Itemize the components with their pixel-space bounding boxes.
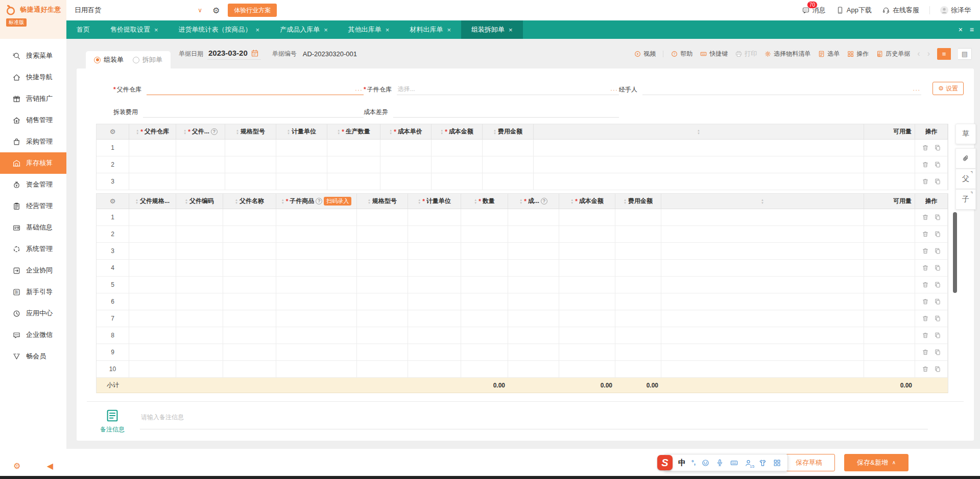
sidebar-item-10[interactable]: 企业协同 <box>0 260 66 281</box>
store-selector[interactable]: 日用百货 ∨ <box>75 6 202 15</box>
date-picker[interactable]: 2023-03-20 <box>207 48 261 60</box>
child-table-col-6[interactable]: ▲▼*计量单位 <box>408 194 461 209</box>
grid-cell[interactable] <box>176 310 223 327</box>
grid-cell[interactable] <box>129 310 176 327</box>
grid-cell[interactable] <box>661 260 864 276</box>
grid-cell[interactable] <box>129 209 176 225</box>
doc-action-6[interactable]: 操作 <box>847 50 869 58</box>
grid-cell[interactable] <box>408 260 461 276</box>
grid-cell[interactable] <box>223 310 276 327</box>
ellipsis-icon[interactable]: ··· <box>610 86 618 94</box>
trash-icon[interactable] <box>922 315 929 322</box>
sidebar-item-9[interactable]: 系统管理 <box>0 238 66 260</box>
copy-icon[interactable] <box>934 315 941 322</box>
doc-action-5[interactable]: 选单 <box>818 50 840 58</box>
next-doc-icon[interactable]: › <box>927 50 930 58</box>
column-settings-icon[interactable]: ⚙ <box>110 197 116 205</box>
tab-close-icon[interactable]: × <box>386 26 390 34</box>
trash-icon[interactable] <box>922 231 929 238</box>
sidebar-item-8[interactable]: 基础信息 <box>0 217 66 238</box>
grid-cell[interactable] <box>559 361 615 377</box>
grid-cell[interactable] <box>223 226 276 242</box>
grid-cell[interactable] <box>432 156 483 173</box>
grid-cell[interactable] <box>129 140 176 156</box>
doc-action-2[interactable]: 快捷键 <box>700 50 728 58</box>
ellipsis-icon[interactable]: ··· <box>913 86 920 94</box>
grid-cell[interactable] <box>176 209 223 225</box>
grid-cell[interactable] <box>615 209 661 225</box>
grid-cell[interactable] <box>129 156 176 173</box>
grid-cell[interactable] <box>408 209 461 225</box>
grid-cell[interactable] <box>864 277 915 293</box>
collapse-sidebar-icon[interactable]: ◀ <box>47 461 53 471</box>
sort-icon[interactable]: ▲▼ <box>570 198 573 204</box>
save-draft-button[interactable]: 保存草稿 <box>783 454 835 471</box>
sidebar-item-12[interactable]: 应用中心 <box>0 303 66 324</box>
grid-cell[interactable] <box>508 209 559 225</box>
close-icon[interactable]: × <box>959 26 963 34</box>
tab-close-icon[interactable]: × <box>324 26 328 34</box>
trash-icon[interactable] <box>922 161 929 168</box>
sort-icon[interactable]: ▲▼ <box>236 129 239 135</box>
sort-icon[interactable]: ▲▼ <box>136 129 139 135</box>
cost-diff-field[interactable]: 成本差异 <box>364 107 619 121</box>
grid-cell[interactable] <box>357 310 408 327</box>
grid-cell[interactable] <box>276 173 327 190</box>
grid-cell[interactable] <box>661 310 864 327</box>
grid-cell[interactable] <box>559 327 615 344</box>
grid-cell[interactable] <box>357 226 408 242</box>
trash-icon[interactable] <box>922 332 929 339</box>
skin-icon[interactable] <box>758 459 767 467</box>
help-icon[interactable]: ? <box>316 198 322 204</box>
industry-solution-button[interactable]: 体验行业方案 <box>228 4 277 17</box>
grid-cell[interactable] <box>176 140 225 156</box>
grid-cell[interactable] <box>223 361 276 377</box>
grid-cell[interactable] <box>559 260 615 276</box>
parent-table-col-3[interactable]: ▲▼规格型号 <box>225 124 276 139</box>
grid-cell[interactable] <box>661 277 864 293</box>
doc-action-1[interactable]: ?帮助 <box>671 50 692 58</box>
grid-icon[interactable] <box>773 459 781 467</box>
copy-icon[interactable] <box>934 161 941 168</box>
tab-close-icon[interactable]: × <box>256 26 260 34</box>
child-warehouse-field[interactable]: 子件仓库 选择...··· <box>364 85 619 98</box>
grid-cell[interactable] <box>615 277 661 293</box>
grid-cell[interactable] <box>223 243 276 259</box>
grid-cell[interactable] <box>225 156 276 173</box>
grid-cell[interactable] <box>327 156 380 173</box>
trash-icon[interactable] <box>922 214 929 221</box>
grid-cell[interactable] <box>225 173 276 190</box>
grid-cell[interactable] <box>432 173 483 190</box>
parent-warehouse-field[interactable]: 父件仓库 ··· <box>113 85 364 98</box>
grid-cell[interactable] <box>661 293 864 310</box>
disassembly-fee-field[interactable]: 拆装费用 <box>113 107 364 121</box>
grid-cell[interactable] <box>276 243 357 259</box>
tab-6[interactable]: 组装拆卸单× <box>461 20 523 39</box>
sort-icon[interactable]: ▲▼ <box>135 198 138 204</box>
grid-cell[interactable] <box>357 243 408 259</box>
tab-4[interactable]: 其他出库单× <box>338 20 400 39</box>
grid-cell[interactable] <box>508 243 559 259</box>
grid-cell[interactable] <box>559 226 615 242</box>
sidebar-item-5[interactable]: 库存核算 <box>0 152 66 174</box>
grid-cell[interactable] <box>357 344 408 360</box>
ime-language-toggle[interactable]: 中 <box>678 458 686 468</box>
parent-table-col-9[interactable]: ▲▼ <box>534 124 864 139</box>
save-and-new-button[interactable]: 保存&新增 ∧ <box>844 454 909 471</box>
grid-cell[interactable] <box>508 260 559 276</box>
grid-cell[interactable] <box>357 327 408 344</box>
grid-cell[interactable] <box>129 243 176 259</box>
grid-cell[interactable] <box>864 173 915 190</box>
grid-cell[interactable] <box>661 344 864 360</box>
child-table-col-3[interactable]: ▲▼父件名称 <box>223 194 276 209</box>
grid-cell[interactable] <box>176 293 223 310</box>
grid-cell[interactable] <box>408 310 461 327</box>
grid-cell[interactable] <box>129 327 176 344</box>
sidebar-item-1[interactable]: 快捷导航 <box>0 66 66 88</box>
keyboard-icon[interactable] <box>730 459 738 467</box>
copy-icon[interactable] <box>934 349 941 356</box>
copy-icon[interactable] <box>934 298 941 305</box>
grid-cell[interactable] <box>661 361 864 377</box>
sort-icon[interactable]: ▲▼ <box>519 198 522 204</box>
parent-table-col-5[interactable]: ▲▼*生产数量 <box>327 124 380 139</box>
